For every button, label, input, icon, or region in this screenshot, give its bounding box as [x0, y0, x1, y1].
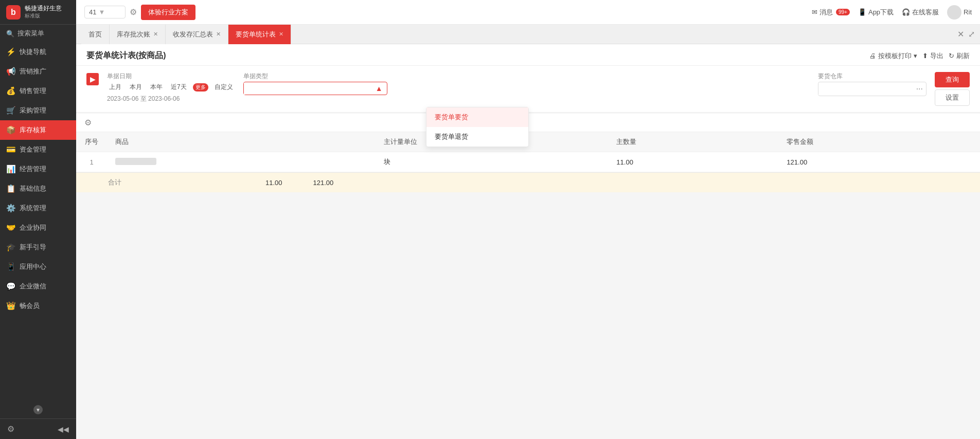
warehouse-more-btn[interactable]: ··· — [913, 82, 926, 96]
tab-label: 要货单统计表 — [236, 30, 276, 39]
app-download-btn[interactable]: 📱 App下载 — [858, 8, 894, 17]
sidebar-item-label: 采购管理 — [20, 106, 46, 115]
filter-expand-button[interactable]: ▶ — [86, 73, 99, 85]
maximize-button[interactable]: ⤢ — [968, 29, 975, 39]
guide-icon: 🎓 — [6, 243, 15, 252]
refresh-label: 刷新 — [956, 51, 970, 61]
system-icon: ⚙️ — [6, 204, 15, 213]
page-header-actions: 🖨 按模板打印 ▾ ⬆ 导出 ↻ 刷新 — [869, 51, 970, 61]
sidebar-item-label: 销售管理 — [20, 86, 46, 96]
sidebar-item-label: 系统管理 — [20, 204, 46, 213]
sidebar-item-inventory[interactable]: 📦 库存核算 — [0, 120, 76, 140]
export-label: 导出 — [930, 51, 943, 61]
sidebar-item-apps[interactable]: 📱 应用中心 — [0, 257, 76, 277]
cell-unit: 块 — [376, 152, 608, 172]
sidebar-bottom: ⚙ ◀◀ — [0, 418, 76, 439]
dropdown-item-order-goods[interactable]: 要货单要货 — [426, 107, 528, 127]
online-service-btn[interactable]: 🎧 在线客服 — [902, 8, 939, 17]
sidebar-item-guide[interactable]: 🎓 新手引导 — [0, 237, 76, 257]
sidebar-item-system[interactable]: ⚙️ 系统管理 — [0, 198, 76, 218]
refresh-btn[interactable]: ↻ 刷新 — [949, 51, 970, 61]
sidebar-item-sales[interactable]: 💰 销售管理 — [0, 81, 76, 101]
export-btn[interactable]: ⬆ 导出 — [922, 51, 943, 61]
sidebar-scroll-down[interactable]: ▼ — [33, 405, 43, 414]
export-icon: ⬆ — [922, 52, 928, 60]
tab-summary[interactable]: 收发存汇总表 ✕ — [166, 25, 228, 44]
user-menu[interactable]: Rit — [947, 5, 972, 20]
sidebar-item-wechat[interactable]: 💬 企业微信 — [0, 277, 76, 296]
topbar-gear-icon[interactable]: ⚙ — [130, 7, 137, 17]
date-range-display: 2023-05-06 至 2023-06-06 — [107, 95, 180, 103]
user-name: Rit — [964, 8, 972, 16]
app-logo: b 畅捷通好生意 标准版 — [0, 0, 76, 25]
logo-text: 畅捷通好生意 — [25, 5, 62, 13]
tab-home[interactable]: 首页 — [81, 25, 110, 44]
sidebar-item-label: 资金管理 — [20, 145, 46, 154]
store-selector[interactable]: 41 ▼ — [84, 6, 126, 19]
warehouse-filter-input[interactable] — [818, 83, 913, 95]
store-number: 41 — [89, 8, 96, 16]
topbar-right: ✉ 消息 99+ 📱 App下载 🎧 在线客服 Rit — [812, 5, 972, 20]
warehouse-filter-group: 要货仓库 ··· — [818, 72, 926, 96]
print-label: 按模板打印 — [878, 51, 912, 61]
date-filter-label: 单据日期 — [107, 72, 132, 81]
print-btn[interactable]: 🖨 按模板打印 ▾ — [869, 51, 917, 61]
type-dropdown-menu: 要货单要货 要货单退货 — [426, 107, 529, 147]
tab-label: 收发存汇总表 — [173, 30, 213, 39]
sidebar-collapse-icon[interactable]: ◀◀ — [58, 425, 69, 433]
sidebar-item-quick-nav[interactable]: ⚡ 快捷导航 — [0, 42, 76, 62]
sidebar-item-vip[interactable]: 👑 畅会员 — [0, 296, 76, 316]
sidebar-item-enterprise[interactable]: 🤝 企业协同 — [0, 218, 76, 237]
settings-button[interactable]: 设置 — [935, 89, 970, 106]
tab-inventory-batch[interactable]: 库存批次账 ✕ — [110, 25, 166, 44]
tab-order-stats[interactable]: 要货单统计表 ✕ — [228, 25, 291, 44]
sidebar-item-finance[interactable]: 💳 资金管理 — [0, 140, 76, 159]
online-service-label: 在线客服 — [912, 8, 939, 17]
dropdown-item-order-return[interactable]: 要货单退货 — [426, 127, 528, 147]
trial-button[interactable]: 体验行业方案 — [141, 5, 195, 20]
app-download-label: App下载 — [868, 8, 894, 17]
sidebar-item-marketing[interactable]: 📢 营销推广 — [0, 62, 76, 81]
query-button[interactable]: 查询 — [935, 72, 970, 87]
date-last-month-btn[interactable]: 上月 — [107, 82, 123, 93]
sidebar-search[interactable]: 🔍 搜索菜单 — [0, 25, 76, 42]
sidebar-item-label: 新手引导 — [20, 243, 46, 252]
main-area: 41 ▼ ⚙ 体验行业方案 ✉ 消息 99+ 📱 App下载 🎧 在线客服 R — [76, 0, 980, 439]
sidebar-item-label: 畅会员 — [20, 301, 40, 310]
date-custom-btn[interactable]: 自定义 — [212, 82, 235, 93]
basics-icon: 📋 — [6, 184, 15, 193]
product-name-blurred — [115, 158, 156, 165]
date-this-month-btn[interactable]: 本月 — [128, 82, 144, 93]
tab-close-icon[interactable]: ✕ — [153, 31, 158, 38]
wechat-icon: 💬 — [6, 282, 15, 291]
sidebar-item-purchase[interactable]: 🛒 采购管理 — [0, 101, 76, 120]
footer-spacer — [132, 179, 235, 187]
date-this-year-btn[interactable]: 本年 — [148, 82, 165, 93]
online-service-icon: 🎧 — [902, 8, 910, 16]
messages-btn[interactable]: ✉ 消息 99+ — [812, 8, 850, 17]
message-icon: ✉ — [812, 8, 817, 16]
table-settings-icon[interactable]: ⚙ — [84, 118, 92, 127]
col-product: 商品 — [107, 132, 376, 152]
page-header: 要货单统计表(按商品) 🖨 按模板打印 ▾ ⬆ 导出 ↻ 刷新 — [76, 44, 980, 66]
type-filter-label: 单据类型 — [243, 72, 268, 81]
date-more-badge[interactable]: 更多 — [193, 83, 208, 92]
search-label: 搜索菜单 — [17, 29, 44, 38]
type-filter-input[interactable] — [244, 83, 371, 95]
warehouse-input-row: ··· — [818, 82, 926, 96]
footer-label: 合计 — [84, 178, 121, 187]
date-7days-btn[interactable]: 近7天 — [169, 82, 189, 93]
tab-close-icon[interactable]: ✕ — [216, 31, 221, 38]
sidebar-item-label: 营销推广 — [20, 67, 46, 76]
sidebar-item-basics[interactable]: 📋 基础信息 — [0, 179, 76, 198]
close-all-tabs-button[interactable]: ✕ — [957, 29, 964, 39]
avatar — [947, 5, 961, 20]
type-dropdown-arrow[interactable]: ▲ — [371, 82, 387, 95]
tab-close-icon[interactable]: ✕ — [279, 31, 283, 38]
purchase-icon: 🛒 — [6, 106, 15, 115]
sidebar-settings-icon[interactable]: ⚙ — [7, 424, 14, 434]
tabs-bar: 首页 库存批次账 ✕ 收发存汇总表 ✕ 要货单统计表 ✕ ✕ ⤢ — [76, 25, 980, 44]
operations-icon: 📊 — [6, 164, 15, 174]
sidebar-item-label: 库存核算 — [20, 125, 46, 135]
sidebar-item-operations[interactable]: 📊 经营管理 — [0, 159, 76, 179]
